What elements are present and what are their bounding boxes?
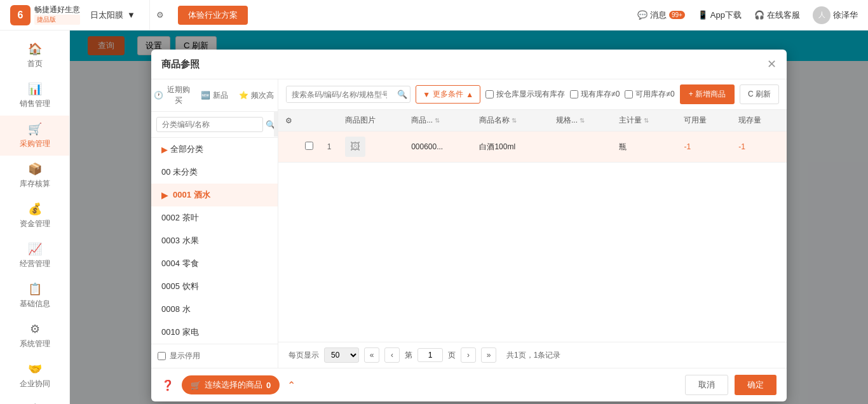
sidebar-item-finance[interactable]: 💰 资金管理	[0, 196, 69, 236]
refresh-button[interactable]: C 刷新	[740, 84, 779, 104]
row-image-cell: 🖼	[339, 131, 405, 163]
next-page-button[interactable]: ›	[461, 347, 476, 363]
cart-icon: 🛒	[191, 380, 201, 390]
cat-item-00[interactable]: 00 未分类	[151, 161, 278, 184]
help-icon[interactable]: ❓	[161, 379, 174, 391]
tab-new[interactable]: 🆕 新品	[193, 79, 235, 111]
cat-code-00: 00 未分类	[161, 166, 198, 178]
sidebar-item-label-sales: 销售管理	[20, 98, 50, 109]
filter-icon: ▼	[423, 90, 430, 99]
cat-item-0003[interactable]: 0003 水果	[151, 229, 278, 252]
sidebar-item-inventory[interactable]: 📦 库存核算	[0, 156, 69, 196]
row-available: -1	[677, 131, 732, 163]
top-nav: 6 畅捷通好生意 捷品版 日太阳膜 ▼ ⚙ 体验行业方案 💬 消息 99+ 📱 …	[0, 0, 868, 30]
usable-ne0-label[interactable]: 可用库存≠0	[625, 89, 674, 100]
cat-item-label: 全部分类	[170, 144, 203, 155]
tab-new-label: 新品	[213, 90, 228, 101]
nav-store-dropdown[interactable]: 日太阳膜 ▼	[80, 0, 150, 30]
logo-text: 畅捷通好生意	[34, 5, 80, 15]
chevron-down-icon: ▼	[127, 10, 135, 20]
sidebar-item-purchase[interactable]: 🛒 采购管理	[0, 116, 69, 156]
usable-ne0-checkbox[interactable]	[625, 90, 633, 98]
cat-item-0002[interactable]: 0002 茶叶	[151, 206, 278, 229]
prev-page-button[interactable]: ‹	[384, 347, 400, 363]
cancel-button[interactable]: 取消	[685, 375, 728, 395]
sidebar-item-operation[interactable]: 📈 经营管理	[0, 236, 69, 276]
message-badge: 99+	[669, 11, 685, 19]
show-stock-by-warehouse-label[interactable]: 按仓库显示现有库存	[485, 89, 565, 100]
basic-info-icon: 📋	[28, 282, 42, 296]
first-page-button[interactable]: «	[364, 347, 379, 363]
category-search-input[interactable]	[156, 117, 263, 132]
per-page-select[interactable]: 50 10 20 100	[324, 347, 359, 363]
filter-button[interactable]: ▼ 更多条件 ▲	[416, 85, 480, 104]
col-image: 商品图片	[339, 110, 405, 131]
new-icon: 🆕	[201, 91, 210, 100]
modal-close-button[interactable]: ✕	[767, 57, 776, 71]
cart-button[interactable]: 🛒 连续选择的商品 0	[182, 375, 280, 394]
panel-collapse-button[interactable]: ‹	[274, 111, 278, 137]
available-ne0-label[interactable]: 现有库存≠0	[570, 89, 620, 100]
enterprise-icon: 🤝	[28, 362, 42, 376]
user-item[interactable]: 人 徐泽华	[813, 6, 858, 24]
modal-overlay: 商品参照 ✕ 🕐 近期购买 🆕	[70, 30, 868, 404]
sidebar-item-home[interactable]: 🏠 首页	[0, 36, 69, 76]
trial-button[interactable]: 体验行业方案	[178, 6, 248, 25]
cat-item-0001[interactable]: ▶ 0001 酒水	[151, 184, 278, 206]
sidebar-item-basic-info[interactable]: 📋 基础信息	[0, 276, 69, 316]
product-thumbnail: 🖼	[345, 137, 365, 157]
add-product-button[interactable]: + 新增商品	[680, 84, 735, 104]
search-icon[interactable]: 🔍	[392, 86, 410, 102]
page-suffix: 页	[448, 350, 456, 361]
col-code[interactable]: 商品...	[405, 110, 473, 131]
row-checkbox-cell[interactable]	[299, 131, 320, 163]
search-input-wrap: 🔍	[286, 86, 410, 103]
cat-item-0001-label: 0001 酒水	[173, 189, 210, 201]
show-stock-by-warehouse-checkbox[interactable]	[485, 90, 494, 98]
tab-frequent[interactable]: ⭐ 频次高	[236, 79, 278, 111]
cat-item-0005[interactable]: 0005 饮料	[151, 275, 278, 298]
product-table: ⚙ 商品图片 商品... 商品名称 规格... 主计量 可用量	[278, 110, 787, 163]
sales-icon: 📊	[28, 82, 42, 96]
col-settings[interactable]: ⚙	[278, 110, 299, 131]
col-name[interactable]: 商品名称	[473, 110, 550, 131]
tab-recent[interactable]: 🕐 近期购买	[151, 79, 193, 111]
message-icon: 💬	[637, 10, 648, 20]
gear-icon[interactable]: ⚙	[150, 5, 170, 25]
last-page-button[interactable]: »	[481, 347, 496, 363]
app-download-item[interactable]: 📱 App下载	[698, 10, 742, 21]
arrow-active-icon: ▶	[161, 191, 168, 200]
system-icon: ⚙	[30, 322, 40, 336]
cart-label: 连续选择的商品	[205, 379, 262, 391]
available-ne0-checkbox[interactable]	[570, 90, 578, 98]
modal-header: 商品参照 ✕	[151, 50, 787, 79]
col-num	[320, 110, 339, 131]
sidebar-item-enterprise[interactable]: 🤝 企业协同	[0, 356, 69, 396]
cat-item-0004[interactable]: 0004 零食	[151, 252, 278, 275]
cat-item-0010[interactable]: 0010 家电	[151, 321, 278, 344]
confirm-button[interactable]: 确定	[735, 375, 776, 395]
arrow-right-icon: ▶	[161, 145, 168, 154]
message-item[interactable]: 💬 消息 99+	[637, 10, 685, 21]
col-spec[interactable]: 规格...	[550, 110, 613, 131]
finance-icon: 💰	[28, 202, 42, 216]
row-name: 白酒100ml	[473, 131, 550, 163]
show-disabled-checkbox[interactable]	[158, 352, 166, 360]
mobile-icon: 📱	[698, 10, 708, 20]
row-checkbox[interactable]	[305, 142, 313, 150]
filter-label: 更多条件	[433, 89, 463, 100]
table-row[interactable]: 1 🖼 000600... 白酒100ml 瓶 -1	[278, 131, 787, 163]
sidebar-item-sales[interactable]: 📊 销售管理	[0, 76, 69, 116]
col-unit[interactable]: 主计量	[613, 110, 677, 131]
toolbar-right: + 新增商品 C 刷新	[680, 84, 779, 104]
page-number-input[interactable]	[417, 348, 443, 362]
purchase-icon: 🛒	[28, 122, 42, 136]
product-search-input[interactable]	[287, 87, 392, 102]
online-service-item[interactable]: 🎧 在线客服	[754, 10, 800, 21]
sidebar-item-guide[interactable]: 🎓 新手引导	[0, 396, 69, 404]
cat-item-0010-label: 0010 家电	[161, 327, 199, 338]
cat-item-0008[interactable]: 0008 水	[151, 298, 278, 321]
sidebar-item-system[interactable]: ⚙ 系统管理	[0, 316, 69, 356]
footer-collapse-icon[interactable]: ⌃	[287, 379, 295, 391]
cat-item-all[interactable]: ▶ 全部分类	[151, 138, 278, 161]
